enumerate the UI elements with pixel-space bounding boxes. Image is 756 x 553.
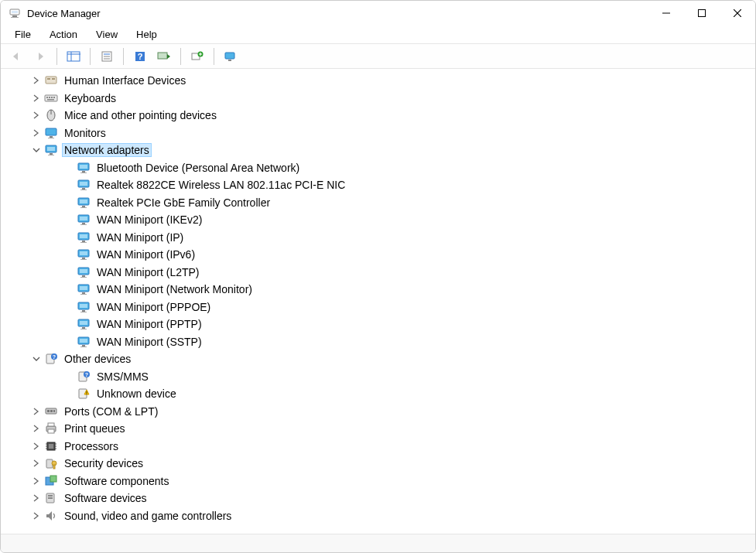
- tree-device-label: SMS/MMS: [95, 370, 150, 383]
- tree-device[interactable]: WAN Miniport (IKEv2): [1, 211, 755, 229]
- printer-icon: [44, 422, 58, 435]
- expand-icon[interactable]: [32, 76, 41, 85]
- show-hide-tree-button[interactable]: [63, 46, 84, 67]
- tree-device-label: WAN Miniport (Network Monitor): [95, 283, 254, 295]
- no-expander: [64, 285, 74, 294]
- title-bar: Device Manager: [1, 1, 755, 26]
- monitor-action-button[interactable]: [220, 46, 241, 67]
- sound-icon: [44, 509, 58, 523]
- tree-category[interactable]: Software devices: [1, 490, 755, 507]
- toolbar-separator: [123, 48, 124, 65]
- tree-category-label: Processors: [63, 440, 120, 452]
- menu-file[interactable]: File: [7, 27, 39, 42]
- network-icon: [77, 247, 91, 261]
- tree-category-label: Sound, video and game controllers: [63, 510, 233, 522]
- tree-category-label: Human Interface Devices: [63, 74, 187, 87]
- add-legacy-hardware-button[interactable]: [186, 46, 208, 67]
- tree-device[interactable]: Bluetooth Device (Personal Area Network): [1, 159, 755, 177]
- tree-category[interactable]: Processors: [1, 438, 755, 456]
- collapse-icon[interactable]: [32, 145, 41, 155]
- expand-icon[interactable]: [32, 407, 41, 416]
- tree-device[interactable]: Unknown device: [1, 385, 755, 403]
- help-button[interactable]: ?: [129, 46, 151, 67]
- tree-category[interactable]: Print queues: [1, 420, 755, 438]
- tree-device[interactable]: SMS/MMS: [1, 368, 755, 386]
- mouse-icon: [44, 108, 58, 122]
- tree-device[interactable]: WAN Miniport (L2TP): [1, 264, 755, 282]
- properties-button[interactable]: [96, 46, 118, 67]
- network-icon: [77, 196, 91, 210]
- tree-device[interactable]: WAN Miniport (PPPOE): [1, 299, 755, 316]
- tree-device[interactable]: Realtek PCIe GbE Family Controller: [1, 194, 755, 212]
- maximize-button[interactable]: [684, 1, 720, 26]
- tree-device[interactable]: Realtek 8822CE Wireless LAN 802.11ac PCI…: [1, 176, 755, 194]
- device-tree[interactable]: Human Interface DevicesKeyboardsMice and…: [1, 69, 755, 534]
- expand-icon[interactable]: [32, 94, 41, 103]
- expand-icon[interactable]: [32, 476, 41, 486]
- network-icon: [77, 317, 91, 331]
- tree-category[interactable]: Monitors: [1, 125, 755, 142]
- no-expander: [64, 233, 74, 242]
- collapse-icon[interactable]: [32, 354, 41, 364]
- expand-icon[interactable]: [32, 424, 41, 433]
- tree-device[interactable]: WAN Miniport (PPTP): [1, 316, 755, 333]
- tree-device-label: Unknown device: [95, 387, 178, 400]
- forward-button[interactable]: [29, 46, 51, 67]
- no-expander: [64, 215, 74, 224]
- software-comp-icon: [44, 474, 58, 488]
- toolbar-separator: [56, 48, 57, 65]
- no-expander: [64, 389, 74, 398]
- tree-category-label: Security devices: [63, 457, 145, 469]
- tree-category-label: Mice and other pointing devices: [63, 109, 218, 121]
- no-expander: [64, 198, 74, 207]
- tree-category[interactable]: Ports (COM & LPT): [1, 403, 755, 421]
- expand-icon[interactable]: [32, 511, 41, 521]
- tree-category[interactable]: Software components: [1, 473, 755, 490]
- tree-device[interactable]: WAN Miniport (IPv6): [1, 246, 755, 264]
- menu-help[interactable]: Help: [128, 27, 165, 42]
- toolbar-separator: [214, 48, 214, 65]
- tree-device[interactable]: WAN Miniport (Network Monitor): [1, 281, 755, 299]
- menu-view[interactable]: View: [88, 27, 125, 42]
- svg-rect-2: [12, 15, 17, 17]
- back-button[interactable]: [5, 46, 27, 67]
- monitor-icon: [44, 126, 58, 140]
- tree-device-label: WAN Miniport (IKEv2): [95, 213, 204, 226]
- no-expander: [64, 337, 74, 346]
- tree-category[interactable]: Other devices: [1, 350, 755, 368]
- expand-icon[interactable]: [32, 128, 41, 138]
- tree-device[interactable]: WAN Miniport (SSTP): [1, 333, 755, 351]
- tree-device-label: WAN Miniport (L2TP): [95, 266, 201, 278]
- svg-rect-8: [67, 52, 80, 61]
- tree-device[interactable]: WAN Miniport (IP): [1, 229, 755, 247]
- no-expander: [64, 180, 74, 189]
- network-icon: [77, 213, 91, 227]
- software-dev-icon: [44, 491, 58, 505]
- tree-category[interactable]: Sound, video and game controllers: [1, 507, 755, 525]
- expand-icon[interactable]: [32, 442, 41, 451]
- close-button[interactable]: [720, 1, 755, 26]
- network-icon: [77, 335, 91, 349]
- scan-hardware-button[interactable]: [153, 46, 175, 67]
- minimize-button[interactable]: [648, 1, 684, 26]
- tree-device-label: WAN Miniport (IPv6): [95, 248, 197, 261]
- tree-category[interactable]: Keyboards: [1, 90, 755, 108]
- toolbar-separator: [180, 48, 181, 65]
- tree-category[interactable]: Network adapters: [1, 142, 755, 159]
- network-icon: [77, 178, 91, 192]
- tree-category[interactable]: Human Interface Devices: [1, 72, 755, 90]
- network-icon: [44, 143, 58, 157]
- tree-category-label: Software components: [63, 475, 170, 487]
- menu-action[interactable]: Action: [42, 27, 85, 42]
- tree-category-label: Monitors: [63, 127, 108, 139]
- no-expander: [64, 268, 74, 277]
- expand-icon[interactable]: [32, 459, 41, 468]
- keyboard-icon: [44, 91, 58, 105]
- cpu-icon: [44, 439, 58, 453]
- unknown-warn-icon: [77, 387, 91, 401]
- expand-icon[interactable]: [32, 493, 41, 503]
- expand-icon[interactable]: [32, 111, 41, 120]
- tree-category[interactable]: Mice and other pointing devices: [1, 107, 755, 125]
- security-icon: [44, 456, 58, 470]
- tree-category[interactable]: Security devices: [1, 455, 755, 473]
